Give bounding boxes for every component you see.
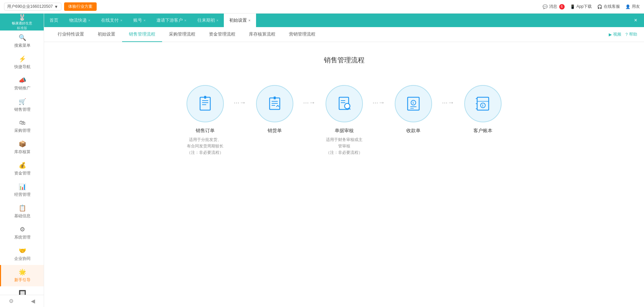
message-item[interactable]: 💬 消息 6	[543, 4, 565, 9]
help-link[interactable]: ? 帮助	[625, 32, 637, 37]
flow-step-desc-2: 适用于财务审核或主管审核（注：非必要流程）	[326, 137, 363, 156]
sidebar-label: 采购管理	[14, 128, 31, 134]
nav-tab-label: 在线支付	[101, 17, 119, 23]
sub-tab-label: 销售管理流程	[129, 31, 155, 37]
sidebar-icon: 📦	[19, 140, 26, 148]
nav-tab-close-icon[interactable]: ×	[216, 18, 218, 22]
app-label: App下载	[577, 4, 592, 9]
dropdown-arrow-icon: ▼	[54, 4, 58, 9]
sidebar-item-资金管理[interactable]: 💰资金管理	[0, 158, 44, 180]
sidebar-item-搜索菜单[interactable]: 🔍搜索菜单	[0, 30, 44, 52]
nav-tab-3[interactable]: 账号 ×	[128, 14, 151, 27]
flow-title: 销售管理流程	[51, 56, 637, 65]
flow-step-name-0: 销售订单	[196, 128, 215, 134]
sidebar-item-新手引导[interactable]: 🌟新手引导	[0, 265, 44, 286]
nav-tab-4[interactable]: 邀请下游客户 ×	[151, 14, 192, 27]
arrow-icon: ···→	[234, 99, 246, 106]
user-account-item[interactable]: 👤 用友	[625, 4, 640, 9]
sub-tab-0[interactable]: 行业特性设置	[51, 27, 91, 42]
sidebar-label: 基础信息	[14, 213, 31, 219]
logo: 🐰 畅康通好生意 标准版	[0, 14, 44, 30]
sidebar-label: 营销推广	[14, 85, 31, 91]
sub-tab-label: 初始设置	[98, 31, 115, 37]
nav-tab-close-icon[interactable]: ×	[120, 18, 122, 22]
sidebar-item-采购管理[interactable]: 🛍采购管理	[0, 116, 44, 137]
flow-step-3[interactable]: ¥ 收款单	[386, 85, 441, 137]
app-download-item[interactable]: 📱 App下载	[570, 4, 592, 9]
svg-text:¥: ¥	[482, 104, 484, 107]
nav-tab-2[interactable]: 在线支付 ×	[96, 14, 128, 27]
sidebar-label: 企业协同	[14, 256, 31, 262]
app-icon: 📱	[570, 4, 575, 9]
sidebar-item-库存核算[interactable]: 📦库存核算	[0, 137, 44, 158]
arrow-icon: ···→	[442, 99, 454, 106]
sidebar-item-系统管理[interactable]: ⚙系统管理	[0, 222, 44, 244]
service-icon: 🎧	[597, 4, 602, 9]
avatar-icon: 👤	[625, 4, 630, 9]
svg-rect-4	[204, 96, 206, 99]
svg-text:¥: ¥	[412, 101, 414, 105]
nav-tab-label: 首页	[50, 17, 58, 23]
flow-arrow-1: ···→	[302, 85, 317, 106]
nav-tab-label: 往来期初	[197, 17, 215, 23]
sidebar-item-销售管理[interactable]: 🛒销售管理	[0, 95, 44, 116]
sidebar-item-基础信息[interactable]: 📋基础信息	[0, 201, 44, 222]
sub-tab-actions: ▶ 视频 ? 帮助	[609, 32, 637, 37]
sub-tab-label: 库存核算流程	[249, 31, 275, 37]
sidebar-icon: 🔍	[19, 34, 26, 41]
flow-step-1[interactable]: 销货单	[248, 85, 302, 137]
nav-tab-close-icon[interactable]: ×	[248, 18, 250, 22]
user-selector[interactable]: 用户690企业1660120507 ▼	[4, 3, 61, 11]
flow-step-4[interactable]: ¥ 客户账本	[456, 85, 510, 137]
nav-tab-1[interactable]: 物流快递 ×	[64, 14, 96, 27]
message-icon: 💬	[543, 4, 548, 9]
sidebar-icon: 🤝	[19, 247, 26, 254]
nav-tab-close-icon[interactable]: ×	[184, 18, 186, 22]
sub-tab-1[interactable]: 初始设置	[91, 27, 122, 42]
video-label: 视频	[613, 32, 621, 37]
video-link[interactable]: ▶ 视频	[609, 32, 621, 37]
nav-close-all-button[interactable]: ×	[634, 17, 637, 23]
service-item[interactable]: 🎧 在线客服	[597, 4, 620, 9]
sidebar-icon: ⚙	[20, 226, 25, 233]
sub-tab-label: 资金管理流程	[209, 31, 235, 37]
sidebar-item-营销推广[interactable]: 📣营销推广	[0, 73, 44, 95]
sidebar-icon: 📊	[19, 183, 26, 190]
flow-step-circle-3: ¥	[395, 85, 432, 122]
sub-tab-4[interactable]: 资金管理流程	[202, 27, 242, 42]
sidebar-label: 销售管理	[14, 107, 31, 112]
top-bar-right: 💬 消息 6 📱 App下载 🎧 在线客服 👤 用友	[543, 4, 640, 9]
collapse-icon[interactable]: ◀	[31, 298, 35, 304]
flow-diagram: 销售订单 适用于分批发货、有合同发货周期较长（注：非必要流程） ···→ 销货单…	[51, 85, 637, 156]
sub-tab-5[interactable]: 库存核算流程	[242, 27, 282, 42]
help-icon: ?	[625, 32, 628, 37]
svg-rect-9	[274, 97, 276, 99]
sub-tab-3[interactable]: 采购管理流程	[162, 27, 202, 42]
sub-tab-6[interactable]: 营销管理流程	[282, 27, 322, 42]
svg-rect-0	[200, 97, 210, 110]
nav-tabs: 首页物流快递 ×在线支付 ×账号 ×邀请下游客户 ×往来期初 ×初始设置 ××	[44, 14, 644, 27]
sidebar-item-快捷导航[interactable]: ⚡快捷导航	[0, 52, 44, 73]
nav-tab-6[interactable]: 初始设置 ×	[224, 14, 256, 27]
sub-tab-label: 行业特性设置	[58, 31, 84, 37]
sidebar-icon: 🛍	[19, 119, 25, 126]
sub-tab-label: 营销管理流程	[289, 31, 315, 37]
flow-step-0[interactable]: 销售订单 适用于分批发货、有合同发货周期较长（注：非必要流程）	[178, 85, 232, 156]
nav-tab-label: 物流快递	[69, 17, 87, 23]
nav-tab-0[interactable]: 首页	[44, 14, 64, 27]
sidebar-item-经营管理[interactable]: 📊经营管理	[0, 180, 44, 201]
sidebar-item-应用中心[interactable]: 🔲应用中心	[0, 286, 44, 295]
flow-step-2[interactable]: 单据审核 适用于财务审核或主管审核（注：非必要流程）	[317, 85, 371, 156]
nav-tab-close-icon[interactable]: ×	[88, 18, 90, 22]
nav-tab-close-icon[interactable]: ×	[143, 18, 145, 22]
sidebar-icon: 📣	[19, 77, 26, 84]
nav-tab-5[interactable]: 往来期初 ×	[192, 14, 224, 27]
user-label: 用户690企业1660120507	[7, 4, 53, 9]
sidebar-label: 经营管理	[14, 192, 31, 198]
sub-tab-2[interactable]: 销售管理流程	[122, 27, 162, 42]
settings-icon[interactable]: ⚙	[9, 298, 14, 304]
experience-button[interactable]: 体验行业方案	[64, 2, 97, 11]
sidebar-items: 🔍搜索菜单⚡快捷导航📣营销推广🛒销售管理🛍采购管理📦库存核算💰资金管理📊经营管理…	[0, 30, 44, 295]
sidebar-item-企业协同[interactable]: 🤝企业协同	[0, 244, 44, 265]
flow-arrow-3: ···→	[441, 85, 456, 106]
